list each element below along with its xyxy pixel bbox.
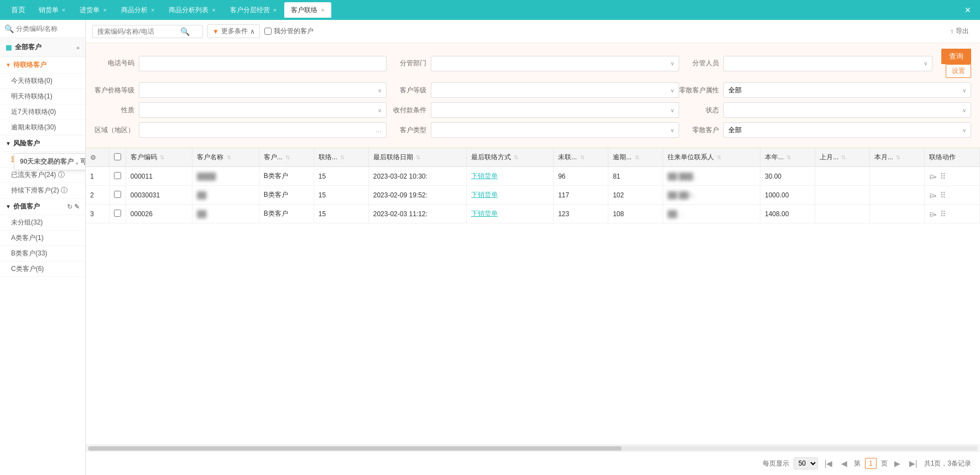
row1-method-link[interactable]: 下销货单 <box>471 172 498 180</box>
scrollbar-thumb[interactable] <box>88 446 622 451</box>
horizontal-scrollbar[interactable] <box>86 445 980 451</box>
settings-icon[interactable]: ⚙ <box>90 154 96 161</box>
sort-icon4: ⇅ <box>340 154 345 160</box>
filter-select-retail[interactable]: 全部 ∨ <box>723 122 971 138</box>
col-no-contact: 未联... ⇅ <box>554 148 608 167</box>
filter-label-level: 客户等级 <box>387 86 431 95</box>
sidebar-item-today-pending[interactable]: 今天待联络(0) <box>0 74 85 89</box>
row3-name-blurred: ██ <box>197 210 206 218</box>
next-page-button[interactable]: ▶ <box>892 458 903 469</box>
sidebar-all-customers[interactable]: ▦ 全部客户 « <box>0 38 85 57</box>
tab-sales-close[interactable]: × <box>62 7 65 13</box>
my-customers-checkbox[interactable] <box>264 28 272 35</box>
chevron-up-icon: ∧ <box>250 28 255 35</box>
row3-method-link[interactable]: 下销货单 <box>471 210 498 217</box>
tab-product-list-close[interactable]: × <box>212 7 215 13</box>
row3-action-icon1[interactable]: ⌲ <box>929 210 937 218</box>
filter-field-dept: 分管部门 ∨ <box>387 56 679 71</box>
sidebar-item-week-pending[interactable]: 近7天待联络(0) <box>0 105 85 120</box>
more-filter-button[interactable]: ▼ 更多条件 ∧ <box>207 24 260 38</box>
first-page-button[interactable]: |◀ <box>822 458 835 469</box>
row2-action-icon1[interactable]: ⌲ <box>929 191 937 200</box>
my-customers-wrap[interactable]: 我分管的客户 <box>264 27 314 36</box>
row2-this-month <box>869 186 924 205</box>
tab-product-analysis-close[interactable]: × <box>151 7 154 13</box>
tab-sales-label: 销货单 <box>39 6 59 15</box>
sidebar-group-value[interactable]: ▼ 价值客户 ↻ ✎ <box>0 199 85 215</box>
current-page-number[interactable]: 1 <box>865 458 877 469</box>
sidebar-collapse-icon[interactable]: « <box>76 44 80 51</box>
col-settings[interactable]: ⚙ <box>86 148 109 167</box>
filter-label-phone: 电话号码 <box>95 59 139 68</box>
row3-checkbox[interactable] <box>109 205 126 223</box>
sort-icon5: ⇅ <box>416 154 420 160</box>
filter-select-retail-attr[interactable]: 全部 ∨ <box>723 82 971 98</box>
table-area: ⚙ 客户编码 ⇅ 客户名称 ⇅ 客户... ⇅ 联络... ⇅ 最后联络日期 ⇅… <box>86 148 980 445</box>
row2-select-checkbox[interactable] <box>114 191 121 198</box>
per-page-select[interactable]: 50 <box>794 457 818 469</box>
row3-last-method[interactable]: 下销货单 <box>466 205 553 223</box>
select-all-checkbox[interactable] <box>114 153 121 160</box>
row3-select-checkbox[interactable] <box>114 210 121 217</box>
row2-last-method[interactable]: 下销货单 <box>466 186 553 205</box>
search-submit-icon[interactable]: 🔍 <box>180 27 190 36</box>
sidebar-item-ungrouped[interactable]: 未分组(32) <box>0 215 85 231</box>
col-this-month: 本月... ⇅ <box>869 148 924 167</box>
row1-action-icon2[interactable]: ⠿ <box>940 172 946 181</box>
sidebar-group-pending[interactable]: ▼ 待联络客户 <box>0 57 85 74</box>
col-checkbox[interactable] <box>109 148 126 167</box>
sidebar-item-declining[interactable]: 持续下滑客户(2) ⓘ <box>0 183 85 199</box>
tab-purchase-close[interactable]: × <box>103 7 106 13</box>
filter-select-level[interactable]: ∨ <box>431 82 679 98</box>
filter-select-person[interactable]: ∨ <box>723 56 932 71</box>
filter-select-price-level[interactable]: ∨ <box>139 82 387 98</box>
sidebar-item-class-b[interactable]: B类客户(33) <box>0 246 85 262</box>
tab-customer-tier-close[interactable]: × <box>273 7 277 13</box>
row1-last-date: 2023-03-02 10:30: <box>368 167 466 186</box>
filter-select-status[interactable]: ∨ <box>723 102 971 118</box>
settings-button[interactable]: 设置 <box>946 64 971 78</box>
sidebar-item-overdue[interactable]: 逾期未联络(30) <box>0 120 85 135</box>
row2-checkbox[interactable] <box>109 186 126 205</box>
filter-select-region[interactable]: … <box>139 122 387 138</box>
export-button[interactable]: ↑ 导出 <box>946 25 973 38</box>
tab-customer-contact-close[interactable]: × <box>321 7 324 13</box>
tab-sales[interactable]: 销货单 × <box>32 2 72 18</box>
filter-select-nature[interactable]: ∨ <box>139 102 387 118</box>
tab-product-list[interactable]: 商品分析列表 × <box>162 2 222 18</box>
sidebar-group-risk[interactable]: ▼ 风险客户 90天未交易的客户，可能有流失风险。 <box>0 135 85 152</box>
row1-last-method[interactable]: 下销货单 <box>466 167 553 186</box>
filter-input-phone[interactable] <box>139 56 387 71</box>
tab-customer-contact[interactable]: 客户联络 × <box>284 2 331 18</box>
row1-action-icon1[interactable]: ⌲ <box>929 172 937 181</box>
filter-dots-icon[interactable]: … <box>375 126 382 134</box>
query-button[interactable]: 查询 <box>941 49 971 64</box>
filter-select-dept[interactable]: ∨ <box>431 56 679 71</box>
sidebar-item-class-c[interactable]: C类客户(6) <box>0 262 85 277</box>
close-all-tabs-button[interactable]: ✕ <box>960 3 976 17</box>
row2-action-icon2[interactable]: ⠿ <box>940 191 946 200</box>
prev-page-button[interactable]: ◀ <box>839 458 849 469</box>
filter-select-payment[interactable]: ∨ <box>431 102 679 118</box>
sidebar-search-input[interactable] <box>16 25 81 33</box>
row1-checkbox[interactable] <box>109 167 126 186</box>
tab-purchase[interactable]: 进货单 × <box>73 2 113 18</box>
row3-contact-num: 15 <box>314 205 368 223</box>
filter-label-retail-attr: 零散客户属性 <box>679 86 723 95</box>
tab-home[interactable]: 首页 <box>4 5 32 15</box>
row2-index: 2 <box>86 186 109 205</box>
filter-select-type[interactable]: ∨ <box>431 122 679 138</box>
col-action: 联络动作 <box>924 148 979 167</box>
sidebar-item-tomorrow-pending[interactable]: 明天待联络(1) <box>0 89 85 105</box>
sidebar-item-class-a[interactable]: A类客户(1) <box>0 231 85 246</box>
search-input[interactable] <box>97 28 180 35</box>
row3-action-icon2[interactable]: ⠿ <box>940 210 946 218</box>
row2-type: B类客户 <box>259 186 314 205</box>
row2-name: ██ <box>192 186 259 205</box>
last-page-button[interactable]: ▶| <box>907 458 920 469</box>
row1-select-checkbox[interactable] <box>114 172 121 179</box>
col-this-year: 本年... ⇅ <box>760 148 815 167</box>
tab-customer-tier[interactable]: 客户分层经营 × <box>223 2 283 18</box>
row2-method-link[interactable]: 下销货单 <box>471 191 498 199</box>
tab-product-analysis[interactable]: 商品分析 × <box>114 2 161 18</box>
